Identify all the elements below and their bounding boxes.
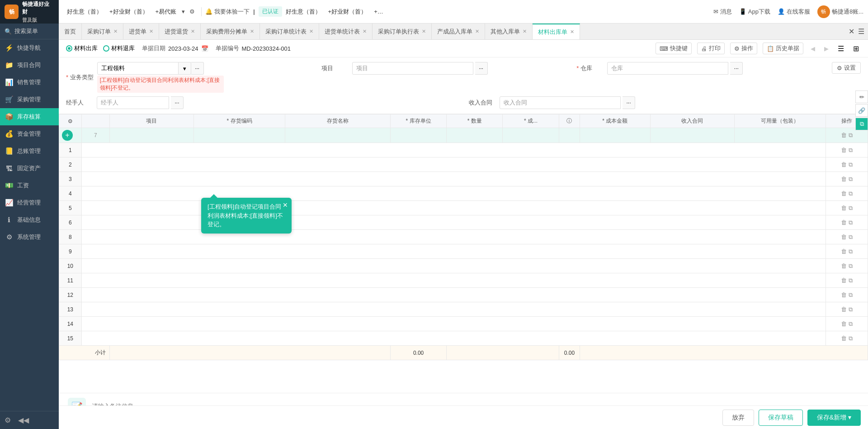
row1-invcode-input[interactable] xyxy=(197,132,282,138)
tab-close-material-out[interactable]: ✕ xyxy=(570,29,574,35)
td-row1-project[interactable] xyxy=(109,128,193,143)
delete-icon[interactable]: 🗑 xyxy=(841,147,847,154)
tab-material-out[interactable]: 材料出库单 ✕ xyxy=(533,24,580,40)
collapse-icon[interactable]: ◀◀ xyxy=(18,416,29,424)
sidebar-item-purchase[interactable]: 🛒 采购管理 xyxy=(0,91,59,108)
history-btn[interactable]: 📋 历史单据 xyxy=(763,43,803,54)
sidebar-item-basic-info[interactable]: ℹ 基础信息 xyxy=(0,211,59,229)
delete-icon[interactable]: 🗑 xyxy=(841,335,847,342)
calendar-icon[interactable]: 📅 xyxy=(201,45,208,52)
copy-icon[interactable]: ⧉ xyxy=(849,262,853,270)
tab-purchase-exec[interactable]: 采购订单执行表 ✕ xyxy=(373,24,432,40)
nav-prev[interactable]: ◀ xyxy=(811,45,815,52)
td-row1-invname[interactable] xyxy=(285,128,391,143)
delete-icon[interactable]: 🗑 xyxy=(841,320,847,328)
user-avatar[interactable]: 畅 畅捷通8账... xyxy=(817,5,863,18)
tab-product-stock[interactable]: 产成品入库单 ✕ xyxy=(432,24,485,40)
handler-select[interactable]: 经手人 xyxy=(97,96,169,109)
sidebar-item-ledger[interactable]: 📒 总账管理 xyxy=(0,143,59,160)
float-link-icon[interactable]: 🔗 xyxy=(855,104,868,117)
tab-receive-stat[interactable]: 进货单统计表 ✕ xyxy=(319,24,373,40)
float-edit-icon[interactable]: ✏ xyxy=(855,91,868,103)
copy-icon[interactable]: ⧉ xyxy=(849,176,853,183)
topbar-good-business[interactable]: 好生意（首） xyxy=(63,6,106,18)
handler-dots[interactable]: ··· xyxy=(171,96,184,109)
copy-icon[interactable]: ⧉ xyxy=(849,306,853,313)
copy-icon[interactable]: ⧉ xyxy=(849,132,853,139)
project-dots[interactable]: ··· xyxy=(475,62,488,75)
settings-btn[interactable]: ⚙ 设置 xyxy=(832,62,861,74)
topbar-good-finance2[interactable]: +好业财（首） xyxy=(325,6,371,18)
print-btn[interactable]: 🖨 打印 xyxy=(697,43,725,54)
business-type-dots[interactable]: ··· xyxy=(191,62,204,75)
copy-icon[interactable]: ⧉ xyxy=(849,147,853,154)
business-type-dropdown[interactable]: ▾ xyxy=(179,62,191,75)
copy-icon[interactable]: ⧉ xyxy=(849,335,853,342)
sidebar-item-sales[interactable]: 📊 销售管理 xyxy=(0,74,59,91)
add-row-btn[interactable]: + xyxy=(62,130,73,141)
operate-btn[interactable]: ⚙ 操作 xyxy=(730,43,757,54)
copy-icon[interactable]: ⧉ xyxy=(849,205,853,212)
search-menu[interactable]: 🔍 搜索菜单 xyxy=(0,24,59,39)
sidebar-item-quicknav[interactable]: ⚡ 快捷导航 xyxy=(0,39,59,57)
sidebar-item-finance[interactable]: 💰 资金管理 xyxy=(0,125,59,143)
sidebar-item-inventory[interactable]: 📦 库存核算 xyxy=(0,108,59,125)
tab-menu-btn[interactable]: ☰ xyxy=(858,27,864,36)
tab-return[interactable]: 进货退货 ✕ xyxy=(159,24,201,40)
tab-close-purchase-exec[interactable]: ✕ xyxy=(422,29,426,34)
row1-project-input[interactable] xyxy=(113,132,191,138)
project-select[interactable]: 项目 xyxy=(352,62,473,75)
warehouse-dots[interactable]: ··· xyxy=(730,62,743,75)
tab-close-receive-stat[interactable]: ✕ xyxy=(363,29,367,34)
tab-close-purchase-stat[interactable]: ✕ xyxy=(309,29,313,34)
topbar-settings-icon[interactable]: ⚙ xyxy=(187,6,198,17)
delete-icon[interactable]: 🗑 xyxy=(841,176,847,183)
tab-close-other-in[interactable]: ✕ xyxy=(523,29,527,34)
copy-icon[interactable]: ⧉ xyxy=(849,248,853,255)
delete-icon[interactable]: 🗑 xyxy=(841,291,847,299)
sidebar-item-project[interactable]: 📁 项目合同 xyxy=(0,57,59,74)
delete-icon[interactable]: 🗑 xyxy=(841,262,847,270)
tooltip-close-btn[interactable]: ✕ xyxy=(283,200,288,210)
delete-icon[interactable]: 🗑 xyxy=(841,306,847,313)
td-row1-qty[interactable] xyxy=(447,128,503,143)
float-screen-icon[interactable]: ⧉ xyxy=(855,118,868,130)
tab-close-receive[interactable]: ✕ xyxy=(149,29,153,34)
td-row1-contract[interactable] xyxy=(650,128,734,143)
discard-button[interactable]: 放弃 xyxy=(722,410,754,426)
save-new-button[interactable]: 保存&新增 ▾ xyxy=(807,410,861,426)
tab-purchase-fee[interactable]: 采购费用分摊单 ✕ xyxy=(201,24,260,40)
tab-close-product-stock[interactable]: ✕ xyxy=(475,29,479,34)
view-grid-icon[interactable]: ⊞ xyxy=(853,44,859,53)
sidebar-item-assets[interactable]: 🏗 固定资产 xyxy=(0,160,59,177)
topbar-more[interactable]: +… xyxy=(370,6,387,17)
tab-home[interactable]: 首页 xyxy=(59,24,82,40)
message-btn[interactable]: ✉ 消息 xyxy=(713,8,732,16)
td-row1-invcode[interactable] xyxy=(194,128,285,143)
view-list-icon[interactable]: ☰ xyxy=(838,44,844,53)
tab-close-purchase-fee[interactable]: ✕ xyxy=(250,29,254,34)
topbar-dropdown[interactable]: ▾ xyxy=(180,6,187,17)
copy-icon[interactable]: ⧉ xyxy=(849,234,853,241)
sidebar-item-operations[interactable]: 📈 经营管理 xyxy=(0,194,59,211)
copy-icon[interactable]: ⧉ xyxy=(849,219,853,226)
delete-icon[interactable]: 🗑 xyxy=(841,248,847,255)
tab-other-in[interactable]: 其他入库单 ✕ xyxy=(485,24,533,40)
topbar-good-business2[interactable]: 好生意（首） xyxy=(282,6,325,18)
radio-material-out[interactable]: 材料出库 xyxy=(66,44,98,52)
tab-purchase-order[interactable]: 采购订单 ✕ xyxy=(82,24,123,40)
online-service-btn[interactable]: 👤 在线客服 xyxy=(778,8,810,16)
th-settings[interactable]: ⚙ xyxy=(59,114,82,128)
sidebar-item-system[interactable]: ⚙ 系统管理 xyxy=(0,229,59,246)
delete-icon[interactable]: 🗑 xyxy=(841,205,847,212)
delete-icon[interactable]: 🗑 xyxy=(841,219,847,226)
tab-purchase-stat[interactable]: 采购订单统计表 ✕ xyxy=(260,24,319,40)
income-contract-select[interactable]: 收入合同 xyxy=(500,96,621,109)
topbar-good-finance[interactable]: +好业财（首） xyxy=(106,6,152,18)
warehouse-select[interactable]: 仓库 xyxy=(607,62,728,75)
copy-icon[interactable]: ⧉ xyxy=(849,320,853,328)
tab-close-purchase-order[interactable]: ✕ xyxy=(113,29,118,34)
app-download-btn[interactable]: 📱 App下载 xyxy=(739,8,770,16)
tab-receive[interactable]: 进货单 ✕ xyxy=(123,24,159,40)
td-row1-unit[interactable] xyxy=(390,128,446,143)
